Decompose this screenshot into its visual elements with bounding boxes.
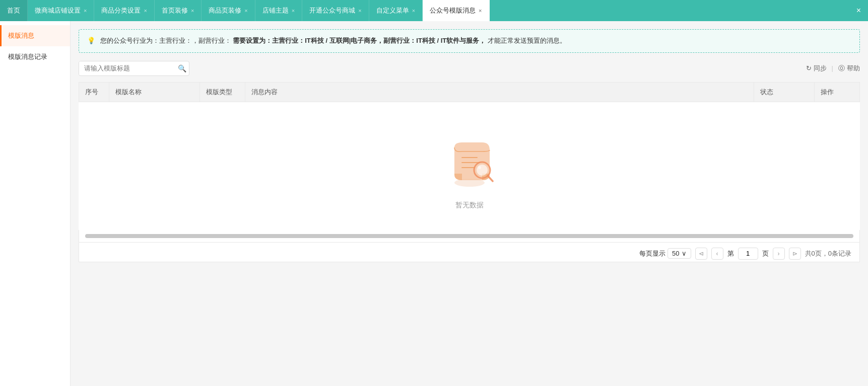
svg-point-7	[478, 166, 481, 169]
page-number-input[interactable]	[738, 248, 758, 260]
close-icon[interactable]: ×	[244, 8, 247, 14]
nav-tab-micro-shop-label: 微商城店铺设置	[35, 6, 81, 15]
chevron-down-icon: ∨	[682, 250, 687, 257]
close-icon[interactable]: ×	[191, 8, 194, 14]
notice-suffix: 才能正常发送预置的消息。	[488, 37, 566, 44]
nav-tab-template-msg[interactable]: 公众号模版消息 ×	[423, 0, 489, 21]
empty-illustration	[439, 132, 500, 193]
data-table: 序号 模版名称 模版类型 消息内容 状态	[79, 82, 860, 230]
sidebar-item-template-record[interactable]: 模版消息记录	[0, 46, 70, 67]
nav-tab-product-page[interactable]: 商品页装修 ×	[202, 0, 255, 21]
page-size-value: 50	[672, 250, 679, 257]
nav-tab-home-decor-label: 首页装修	[162, 6, 188, 15]
scroll-track	[79, 230, 860, 243]
nav-tab-product-category[interactable]: 商品分类设置 ×	[94, 0, 154, 21]
page-size-label: 每页显示	[639, 249, 665, 258]
page-last-button[interactable]: ⊳	[789, 248, 801, 260]
th-action: 操作	[815, 82, 860, 102]
nav-tab-shop-theme-label: 店铺主题	[262, 6, 289, 15]
th-index: 序号	[79, 82, 109, 102]
pagination-bar: 每页显示 50 ∨ ⊲ ‹ 第 页 › ⊳ 共0页，0条记录	[79, 243, 860, 262]
nav-tab-home[interactable]: 首页	[0, 0, 28, 21]
bulb-icon: 💡	[87, 37, 95, 44]
nav-tab-product-page-label: 商品页装修	[209, 6, 241, 15]
close-icon[interactable]: ×	[84, 8, 87, 14]
empty-text: 暂无数据	[455, 201, 484, 210]
svg-line-6	[488, 176, 493, 181]
nav-tab-open-mall-label: 开通公众号商城	[309, 6, 355, 15]
search-input-wrap: 🔍	[79, 61, 189, 76]
empty-state: 暂无数据	[79, 102, 860, 230]
nav-tab-micro-shop[interactable]: 微商城店铺设置 ×	[28, 0, 94, 21]
page-prev-button[interactable]: ‹	[711, 248, 723, 260]
svg-point-5	[477, 165, 488, 176]
table-header-row: 序号 模版名称 模版类型 消息内容 状态	[79, 82, 860, 102]
nav-tab-home-decor[interactable]: 首页装修 ×	[155, 0, 202, 21]
page-unit: 页	[762, 249, 769, 258]
sync-label: 同步	[814, 64, 827, 73]
close-icon[interactable]: ×	[479, 8, 482, 14]
sync-button[interactable]: ↻ 同步	[806, 64, 827, 73]
nav-close-all-button[interactable]: ×	[849, 6, 868, 15]
sync-icon: ↻	[806, 64, 812, 72]
content-area: 💡 您的公众号行业为：主营行业：，副营行业： 需要设置为：主营行业：IT科技 /…	[71, 21, 868, 386]
help-icon: ⓪	[838, 64, 845, 73]
close-icon[interactable]: ×	[144, 8, 147, 14]
page-next-button[interactable]: ›	[773, 248, 785, 260]
sidebar-item-template-msg[interactable]: 模版消息	[0, 25, 70, 46]
search-button[interactable]: 🔍	[174, 61, 189, 75]
help-button[interactable]: ⓪ 帮助	[838, 64, 860, 73]
page-size-dropdown[interactable]: 50 ∨	[667, 248, 691, 259]
table-wrapper: 序号 模版名称 模版类型 消息内容 状态	[79, 82, 860, 262]
empty-row: 暂无数据	[79, 102, 860, 230]
top-nav: 首页 微商城店铺设置 × 商品分类设置 × 首页装修 × 商品页装修 × 店铺主…	[0, 0, 868, 21]
nav-tab-shop-theme[interactable]: 店铺主题 ×	[255, 0, 302, 21]
help-label: 帮助	[847, 64, 860, 73]
table-body: 暂无数据	[79, 102, 860, 230]
search-right: ↻ 同步 | ⓪ 帮助	[806, 64, 860, 73]
nav-tab-open-mall[interactable]: 开通公众号商城 ×	[302, 0, 369, 21]
page-size-select: 每页显示 50 ∨	[639, 248, 691, 259]
th-type: 模版类型	[200, 82, 245, 102]
th-content: 消息内容	[245, 82, 754, 102]
th-status: 状态	[754, 82, 815, 102]
sidebar: 模版消息 模版消息记录	[0, 21, 71, 386]
nav-tab-custom-menu-label: 自定义菜单	[376, 6, 409, 15]
main-layout: 模版消息 模版消息记录 💡 您的公众号行业为：主营行业：，副营行业： 需要设置为…	[0, 21, 868, 386]
divider: |	[832, 64, 833, 72]
page-prefix: 第	[727, 249, 734, 258]
notice-highlight: 需要设置为：主营行业：IT科技 / 互联网|电子商务，副营行业：IT科技 / I…	[233, 37, 486, 44]
close-icon[interactable]: ×	[412, 8, 415, 14]
close-icon[interactable]: ×	[358, 8, 361, 14]
scroll-bar[interactable]	[85, 234, 853, 238]
notice-box: 💡 您的公众号行业为：主营行业：，副营行业： 需要设置为：主营行业：IT科技 /…	[79, 29, 860, 53]
th-name: 模版名称	[109, 82, 200, 102]
nav-tab-home-label: 首页	[7, 6, 20, 15]
nav-tab-custom-menu[interactable]: 自定义菜单 ×	[369, 0, 423, 21]
search-input[interactable]	[79, 61, 174, 75]
search-bar: 🔍 ↻ 同步 | ⓪ 帮助	[79, 61, 860, 76]
page-first-button[interactable]: ⊲	[695, 248, 707, 260]
nav-tab-template-msg-label: 公众号模版消息	[430, 6, 476, 15]
search-icon: 🔍	[178, 64, 186, 72]
notice-prefix: 您的公众号行业为：主营行业：，副营行业：	[100, 37, 231, 44]
close-icon[interactable]: ×	[292, 8, 295, 14]
nav-tab-product-category-label: 商品分类设置	[101, 6, 141, 15]
total-text: 共0页，0条记录	[805, 249, 851, 258]
